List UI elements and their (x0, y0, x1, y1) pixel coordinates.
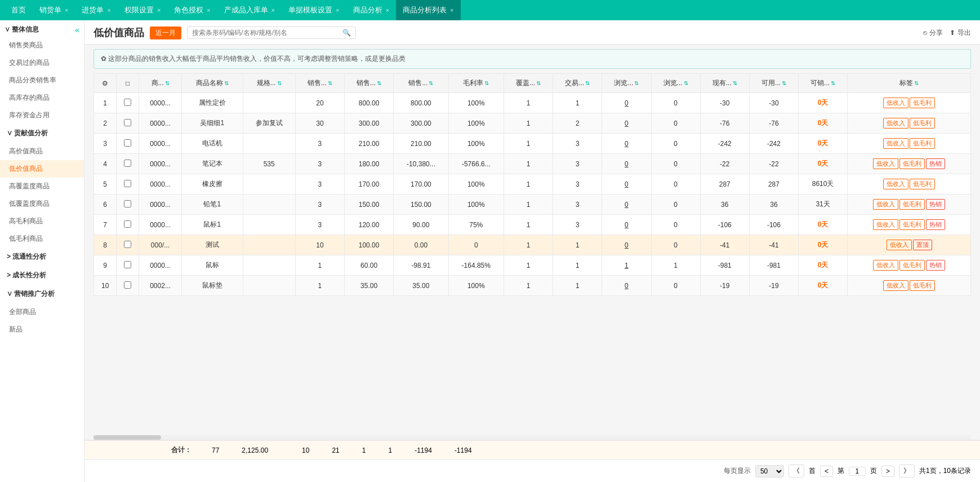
search-icon[interactable]: 🔍 (342, 29, 351, 37)
sidebar-item-category-rate[interactable]: 商品分类销售率 (0, 72, 84, 89)
row-checkbox[interactable] (117, 194, 139, 215)
row-browse1[interactable]: 0 (602, 154, 651, 174)
checkbox[interactable] (124, 200, 131, 207)
col-spec[interactable]: 规格...⇅ (243, 74, 295, 93)
nav-role[interactable]: 角色授权 × (167, 0, 217, 20)
col-cover[interactable]: 覆盖...⇅ (504, 74, 553, 93)
close-icon[interactable]: × (271, 7, 275, 14)
first-page-btn[interactable]: 《 (789, 465, 804, 477)
sidebar-item-low-value[interactable]: 低价值商品 (0, 160, 84, 178)
browse-link[interactable]: 0 (625, 282, 629, 290)
share-btn[interactable]: ⎋ 分享 (923, 28, 943, 38)
col-browse1[interactable]: 浏览...⇅ (602, 74, 651, 93)
row-checkbox[interactable] (117, 174, 139, 194)
row-browse1[interactable]: 1 (602, 255, 651, 276)
row-checkbox[interactable] (117, 255, 139, 276)
nav-permission[interactable]: 权限设置 × (118, 0, 167, 20)
row-checkbox[interactable] (117, 93, 139, 113)
browse-link[interactable]: 0 (625, 201, 629, 209)
close-icon[interactable]: × (65, 7, 68, 14)
sidebar-item-sales-product[interactable]: 销售类商品 (0, 37, 84, 54)
nav-product-in[interactable]: 产成品入库单 × (217, 0, 282, 20)
row-browse1[interactable]: 0 (602, 235, 651, 255)
sidebar-item-high-margin[interactable]: 高毛利商品 (0, 213, 84, 230)
nav-home[interactable]: 首页 (5, 0, 33, 20)
last-page-btn[interactable]: 》 (899, 465, 915, 477)
checkbox[interactable] (124, 99, 131, 106)
sidebar-group-marketing[interactable]: ∨ 营销推广分析 (0, 285, 84, 303)
browse-link[interactable]: 0 (625, 160, 629, 168)
sidebar-item-high-value[interactable]: 高价值商品 (0, 143, 84, 160)
row-browse1[interactable]: 0 (602, 215, 651, 235)
sidebar-item-low-coverage[interactable]: 低覆盖度商品 (0, 195, 84, 213)
next-page-btn[interactable]: > (881, 466, 894, 477)
close-icon[interactable]: × (336, 7, 339, 14)
browse-link[interactable]: 0 (625, 120, 629, 127)
nav-product-analysis-list[interactable]: 商品分析列表 × (396, 0, 460, 20)
col-avail[interactable]: 可用...⇅ (749, 74, 798, 93)
browse-link[interactable]: 0 (625, 221, 629, 229)
horizontal-scrollbar[interactable] (93, 435, 971, 440)
row-browse1[interactable]: 0 (602, 174, 651, 194)
row-checkbox[interactable] (117, 134, 139, 154)
page-input[interactable] (849, 467, 866, 476)
sidebar-item-traded[interactable]: 交易过的商品 (0, 54, 84, 72)
row-browse1[interactable]: 0 (602, 113, 651, 134)
browse-link[interactable]: 0 (625, 140, 629, 148)
row-browse1[interactable]: 0 (602, 93, 651, 113)
row-browse1[interactable]: 0 (602, 276, 651, 296)
nav-purchase[interactable]: 进货单 × (75, 0, 117, 20)
nav-product-analysis[interactable]: 商品分析 × (346, 0, 396, 20)
col-s3[interactable]: 销售...⇅ (394, 74, 448, 93)
checkbox[interactable] (124, 119, 131, 126)
row-checkbox[interactable] (117, 113, 139, 134)
row-browse1[interactable]: 0 (602, 134, 651, 154)
scrollbar-thumb[interactable] (93, 435, 161, 440)
sidebar-item-high-coverage[interactable]: 高覆盖度商品 (0, 178, 84, 195)
col-s2[interactable]: 销售...⇅ (345, 74, 394, 93)
nav-sales[interactable]: 销货单 × (33, 0, 75, 20)
sidebar-group-contribution[interactable]: ∨ 贡献值分析 (0, 124, 84, 143)
sidebar-collapse-icon[interactable]: « (75, 25, 79, 34)
checkbox[interactable] (124, 241, 131, 248)
sidebar-group-flow[interactable]: > 流通性分析 (0, 247, 84, 266)
col-code[interactable]: 商...⇅ (139, 74, 182, 93)
col-settings[interactable]: ⚙ (94, 74, 117, 93)
close-icon[interactable]: × (107, 7, 110, 14)
filter-recent-month-btn[interactable]: 近一月 (150, 26, 181, 39)
col-current[interactable]: 现有...⇅ (700, 74, 749, 93)
checkbox[interactable] (124, 220, 131, 228)
checkbox[interactable] (124, 281, 131, 289)
browse-link[interactable]: 0 (625, 241, 629, 249)
checkbox[interactable] (124, 139, 131, 147)
row-checkbox[interactable] (117, 235, 139, 255)
close-icon[interactable]: × (450, 7, 453, 14)
sidebar-group-growth[interactable]: > 成长性分析 (0, 266, 84, 285)
page-size-select[interactable]: 50 20 100 (755, 465, 784, 477)
browse-link[interactable]: 0 (625, 180, 629, 188)
sidebar-item-all-products[interactable]: 全部商品 (0, 303, 84, 321)
col-trade[interactable]: 交易...⇅ (553, 74, 602, 93)
close-icon[interactable]: × (386, 7, 389, 14)
col-s1[interactable]: 销售...⇅ (295, 74, 344, 93)
col-checkbox[interactable]: □ (117, 74, 139, 93)
checkbox[interactable] (124, 160, 131, 167)
row-browse1[interactable]: 0 (602, 194, 651, 215)
browse-link[interactable]: 1 (625, 262, 629, 269)
export-btn[interactable]: ⬆ 导出 (950, 28, 971, 38)
prev-page-btn[interactable]: < (820, 466, 833, 477)
checkbox[interactable] (124, 261, 131, 268)
col-gross[interactable]: 毛利率⇅ (448, 74, 504, 93)
row-checkbox[interactable] (117, 276, 139, 296)
sidebar-item-low-margin[interactable]: 低毛利商品 (0, 230, 84, 247)
row-checkbox[interactable] (117, 154, 139, 174)
col-sellable[interactable]: 可销...⇅ (799, 74, 848, 93)
close-icon[interactable]: × (207, 7, 210, 14)
search-input[interactable] (192, 29, 340, 37)
nav-template[interactable]: 单据模板设置 × (282, 0, 346, 20)
browse-link[interactable]: 0 (625, 99, 629, 107)
sidebar-item-new-products[interactable]: 新品 (0, 321, 84, 338)
sidebar-item-high-stock[interactable]: 高库存的商品 (0, 89, 84, 107)
close-icon[interactable]: × (157, 7, 161, 14)
checkbox[interactable] (124, 180, 131, 187)
